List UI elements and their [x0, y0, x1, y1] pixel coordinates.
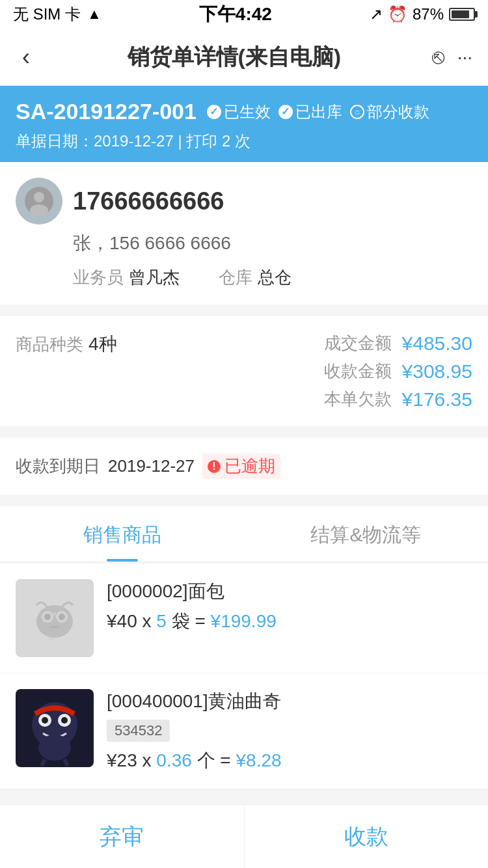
product-unit-1: 袋 — [172, 611, 190, 631]
overdue-label: 收款到期日 — [16, 455, 100, 478]
overdue-date: 2019-12-27 — [108, 456, 195, 476]
warehouse-label: 仓库 — [219, 266, 252, 289]
svg-point-7 — [59, 614, 65, 620]
status-left: 无 SIM 卡 ▲ — [13, 4, 102, 25]
tabs-container: 销售商品 结算&物流等 — [0, 506, 488, 562]
summary-row: 商品种类 4种 成交金额 ¥485.30 收款金额 ¥308.95 本单欠款 ¥… — [16, 332, 472, 411]
product-total-2: ¥8.28 — [236, 750, 281, 770]
order-id: SA-20191227-001 — [16, 99, 197, 124]
svg-point-1 — [34, 192, 44, 202]
order-header-top: SA-20191227-001 ✓ 已生效 ✓ 已出库 ○ 部分收款 — [16, 99, 472, 124]
back-button[interactable]: ‹ — [16, 37, 36, 77]
order-badges: ✓ 已生效 ✓ 已出库 ○ 部分收款 — [207, 102, 429, 122]
salesperson-meta: 业务员 曾凡杰 — [73, 266, 180, 289]
battery-label: 87% — [413, 5, 444, 23]
product-sku-badge: 534532 — [107, 720, 170, 742]
location-icon: ↗ — [370, 5, 383, 23]
product-price-2: ¥23 x 0.36 个 = ¥8.28 — [107, 748, 472, 773]
product-info-1: [0000002]面包 ¥40 x 5 袋 = ¥199.99 — [107, 579, 472, 634]
divider-2 — [0, 427, 488, 438]
product-base-price-2: ¥23 — [107, 750, 137, 770]
product-qty-1: 5 — [156, 611, 167, 631]
customer-contact: 张，156 6666 6666 — [16, 231, 472, 256]
thumb-placeholder-1: 垫+ — [16, 579, 94, 657]
owed-label: 本单欠款 — [324, 388, 392, 411]
svg-point-15 — [61, 717, 68, 724]
product-qty-2: 0.36 — [156, 750, 192, 770]
customer-name: 17666666666 — [73, 187, 224, 215]
received-label: 收款金额 — [324, 360, 392, 383]
svg-point-6 — [44, 614, 51, 620]
product-total-1: ¥199.99 — [211, 611, 277, 631]
received-value: ¥308.95 — [402, 360, 472, 383]
warehouse-meta: 仓库 总仓 — [219, 266, 291, 289]
overdue-section: 收款到期日 2019-12-27 ! 已逾期 — [0, 438, 488, 495]
share-button[interactable]: ⎋ — [432, 45, 444, 69]
overdue-badge: ! 已逾期 — [202, 454, 280, 479]
overdue-icon: ! — [208, 460, 221, 473]
overdue-status: 已逾期 — [224, 455, 275, 478]
product-name-2: [000400001]黄油曲奇 — [107, 689, 472, 714]
product-unit-2: 个 — [197, 750, 215, 770]
product-thumb-1: 垫+ — [16, 579, 94, 657]
product-types-value: 4种 — [88, 332, 117, 357]
product-info-2: [000400001]黄油曲奇 534532 ¥23 x 0.36 个 = ¥8… — [107, 689, 472, 773]
payment-button[interactable]: 收款 — [245, 805, 489, 853]
page-title: 销货单详情(来自电脑) — [36, 42, 432, 72]
salesperson-label: 业务员 — [73, 266, 124, 289]
status-bar: 无 SIM 卡 ▲ 下午4:42 ↗ ⏰ 87% — [0, 0, 488, 29]
owed-row: 本单欠款 ¥176.35 — [324, 388, 472, 411]
received-row: 收款金额 ¥308.95 — [324, 360, 472, 383]
nav-bar: ‹ 销货单详情(来自电脑) ⎋ ··· — [0, 29, 488, 86]
tab-sales-products[interactable]: 销售商品 — [0, 506, 244, 562]
transaction-row: 成交金额 ¥485.30 — [324, 332, 472, 355]
avatar — [16, 178, 62, 224]
svg-point-16 — [38, 735, 71, 761]
status-time: 下午4:42 — [199, 2, 272, 27]
svg-text:垫+: 垫+ — [48, 633, 59, 640]
badge-shipped: ✓ 已出库 — [278, 102, 342, 122]
nav-actions: ⎋ ··· — [432, 45, 472, 69]
transaction-value: ¥485.30 — [402, 332, 472, 355]
product-item: 垫+ [0000002]面包 ¥40 x 5 袋 = ¥199.99 — [0, 563, 488, 673]
product-name-1: [0000002]面包 — [107, 579, 472, 604]
svg-point-14 — [42, 717, 48, 724]
status-right: ↗ ⏰ 87% — [370, 5, 475, 23]
product-thumb-2 — [16, 689, 94, 767]
tabs-row: 销售商品 结算&物流等 — [0, 506, 488, 562]
badge-effective: ✓ 已生效 — [207, 102, 271, 122]
transaction-label: 成交金额 — [324, 332, 392, 355]
customer-section: 17666666666 张，156 6666 6666 业务员 曾凡杰 仓库 总… — [0, 162, 488, 305]
tab-settlement-logistics[interactable]: 结算&物流等 — [244, 506, 488, 562]
summary-section: 商品种类 4种 成交金额 ¥485.30 收款金额 ¥308.95 本单欠款 ¥… — [0, 316, 488, 426]
summary-right: 成交金额 ¥485.30 收款金额 ¥308.95 本单欠款 ¥176.35 — [324, 332, 472, 411]
summary-left: 商品种类 4种 — [16, 332, 117, 357]
product-types-label: 商品种类 — [16, 333, 83, 356]
more-button[interactable]: ··· — [457, 47, 472, 68]
order-sub-info: 单据日期：2019-12-27 | 打印 2 次 — [16, 131, 472, 152]
bottom-bar: 弃审 收款 — [0, 804, 488, 853]
customer-name-row: 17666666666 — [16, 178, 472, 224]
product-base-price-1: ¥40 — [107, 611, 137, 631]
carrier-label: 无 SIM 卡 — [13, 4, 81, 25]
owed-value: ¥176.35 — [402, 388, 472, 411]
salesperson-value: 曾凡杰 — [129, 266, 180, 289]
product-item-2: [000400001]黄油曲奇 534532 ¥23 x 0.36 个 = ¥8… — [0, 673, 488, 789]
battery-icon — [449, 8, 475, 21]
order-header-banner: SA-20191227-001 ✓ 已生效 ✓ 已出库 ○ 部分收款 单据日期：… — [0, 86, 488, 162]
divider-1 — [0, 306, 488, 316]
wifi-icon: ▲ — [87, 6, 102, 23]
customer-meta: 业务员 曾凡杰 仓库 总仓 — [16, 266, 472, 289]
clock-icon: ○ — [350, 105, 364, 119]
check-icon-1: ✓ — [207, 105, 221, 119]
alarm-icon: ⏰ — [388, 5, 407, 23]
warehouse-value: 总仓 — [258, 266, 291, 289]
badge-partial-payment: ○ 部分收款 — [350, 102, 429, 122]
divider-3 — [0, 496, 488, 506]
check-icon-2: ✓ — [278, 105, 293, 119]
product-price-1: ¥40 x 5 袋 = ¥199.99 — [107, 609, 472, 634]
cancel-review-button[interactable]: 弃审 — [0, 805, 245, 853]
product-list: 垫+ [0000002]面包 ¥40 x 5 袋 = ¥199.99 — [0, 563, 488, 789]
